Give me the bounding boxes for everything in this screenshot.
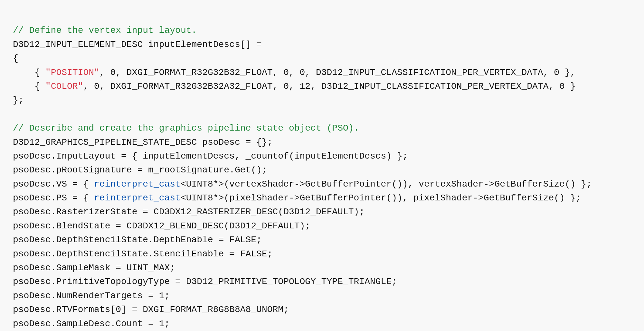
code-token: { <box>13 81 45 91</box>
code-token: psoDesc.DepthStencilState.StencilEnable … <box>13 249 273 259</box>
code-line: { <box>13 51 631 65</box>
code-line <box>13 107 631 121</box>
code-line: psoDesc.DepthStencilState.StencilEnable … <box>13 247 631 261</box>
code-token: D3D12_GRAPHICS_PIPELINE_STATE_DESC psoDe… <box>13 137 273 147</box>
code-token: // Describe and create the graphics pipe… <box>13 123 359 133</box>
code-token: { <box>13 68 45 78</box>
code-token: psoDesc.pRootSignature = m_rootSignature… <box>13 165 267 175</box>
code-line: // Describe and create the graphics pipe… <box>13 121 631 135</box>
code-token: , 0, DXGI_FORMAT_R32G32B32A32_FLOAT, 0, … <box>83 81 575 91</box>
code-token: psoDesc.NumRenderTargets = 1; <box>13 291 170 301</box>
code-token: psoDesc.SampleMask = UINT_MAX; <box>13 263 175 273</box>
code-line: psoDesc.SampleDesc.Count = 1; <box>13 317 631 331</box>
code-token: , 0, DXGI_FORMAT_R32G32B32_FLOAT, 0, 0, … <box>99 68 576 78</box>
code-line: psoDesc.NumRenderTargets = 1; <box>13 289 631 303</box>
code-line: psoDesc.DepthStencilState.DepthEnable = … <box>13 233 631 247</box>
code-token: { <box>13 53 18 63</box>
code-line: D3D12_INPUT_ELEMENT_DESC inputElementDes… <box>13 38 631 51</box>
code-token: reinterpret_cast <box>94 179 181 189</box>
code-line: psoDesc.RasterizerState = CD3DX12_RASTER… <box>13 205 631 219</box>
code-token: "COLOR" <box>45 81 83 91</box>
code-line: psoDesc.SampleMask = UINT_MAX; <box>13 261 631 275</box>
code-token: psoDesc.VS = { <box>13 179 94 189</box>
code-token: <UINT8*>(pixelShader->GetBufferPointer()… <box>181 193 581 203</box>
code-line: psoDesc.InputLayout = { inputElementDesc… <box>13 149 631 163</box>
code-line: psoDesc.PrimitiveTopologyType = D3D12_PR… <box>13 275 631 289</box>
code-token: psoDesc.RTVFormats[0] = DXGI_FORMAT_R8G8… <box>13 305 289 315</box>
code-token: // Define the vertex input layout. <box>13 25 197 35</box>
code-token: psoDesc.InputLayout = { inputElementDesc… <box>13 151 408 161</box>
code-editor: // Define the vertex input layout.D3D12_… <box>13 10 631 331</box>
code-token: psoDesc.RasterizerState = CD3DX12_RASTER… <box>13 207 365 217</box>
code-line: psoDesc.pRootSignature = m_rootSignature… <box>13 163 631 177</box>
code-token: psoDesc.PS = { <box>13 193 94 203</box>
code-token: psoDesc.SampleDesc.Count = 1; <box>13 319 170 329</box>
code-line: { "COLOR", 0, DXGI_FORMAT_R32G32B32A32_F… <box>13 79 631 93</box>
code-token: psoDesc.PrimitiveTopologyType = D3D12_PR… <box>13 277 397 287</box>
code-line: D3D12_GRAPHICS_PIPELINE_STATE_DESC psoDe… <box>13 135 631 149</box>
code-token: D3D12_INPUT_ELEMENT_DESC inputElementDes… <box>13 40 262 50</box>
code-token: reinterpret_cast <box>94 193 181 203</box>
code-token: psoDesc.BlendState = CD3DX12_BLEND_DESC(… <box>13 221 310 231</box>
code-line: psoDesc.PS = { reinterpret_cast<UINT8*>(… <box>13 191 631 205</box>
code-line: psoDesc.VS = { reinterpret_cast<UINT8*>(… <box>13 177 631 191</box>
code-line: }; <box>13 93 631 107</box>
code-line: // Define the vertex input layout. <box>13 23 631 37</box>
code-token: psoDesc.DepthStencilState.DepthEnable = … <box>13 235 262 245</box>
code-line: { "POSITION", 0, DXGI_FORMAT_R32G32B32_F… <box>13 66 631 79</box>
code-token: "POSITION" <box>45 68 99 78</box>
code-token: <UINT8*>(vertexShader->GetBufferPointer(… <box>181 179 592 189</box>
code-line: psoDesc.BlendState = CD3DX12_BLEND_DESC(… <box>13 219 631 233</box>
code-token: }; <box>13 95 24 105</box>
code-line: psoDesc.RTVFormats[0] = DXGI_FORMAT_R8G8… <box>13 303 631 317</box>
